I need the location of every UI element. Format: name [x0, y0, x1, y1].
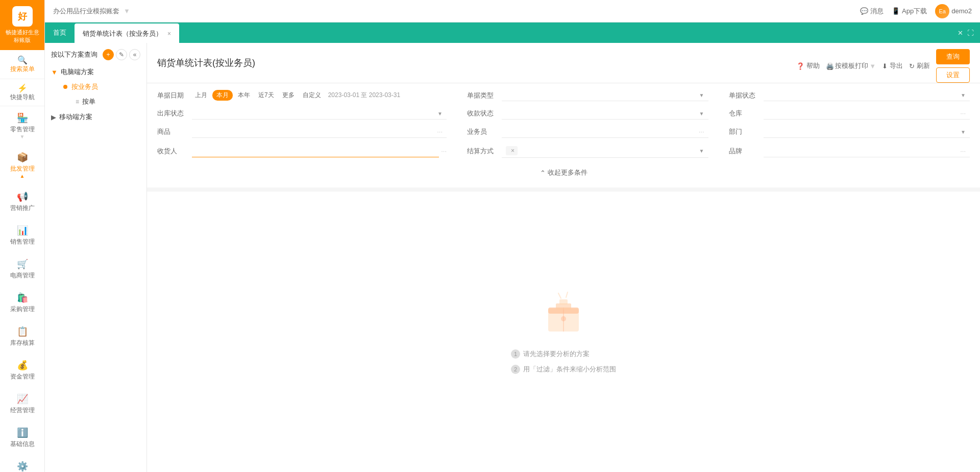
- sidebar-item-operations[interactable]: 📈 经营管理: [0, 387, 44, 421]
- header-breadcrumb: 办公用品行业模拟账套 ▼: [53, 7, 130, 16]
- user-avatar-area[interactable]: Ea demo2: [935, 4, 972, 18]
- svg-line-6: [558, 293, 561, 298]
- message-button[interactable]: 💬 消息: [860, 7, 884, 16]
- svg-point-5: [561, 316, 566, 321]
- goods-label: 商品: [157, 127, 188, 136]
- sidebar-item-system[interactable]: ⚙️ 系统管理: [0, 455, 44, 472]
- sidebar-item-purchase[interactable]: 🛍️ 采购管理: [0, 286, 44, 320]
- salesperson-label: 业务员: [467, 127, 498, 136]
- query-button[interactable]: 查询: [936, 49, 970, 64]
- edit-icon: ✎: [119, 51, 124, 58]
- date-last7-btn[interactable]: 近7天: [255, 90, 277, 101]
- app-download-button[interactable]: 📱 App下载: [892, 7, 927, 16]
- system-icon: ⚙️: [17, 461, 28, 472]
- sidebar-item-inventory[interactable]: 📋 库存核算: [0, 320, 44, 353]
- filter-brand: 品牌 ···: [729, 145, 970, 157]
- collapse-icon: «: [133, 51, 137, 58]
- left-panel-header: 按以下方案查询 + ✎ «: [45, 49, 146, 64]
- tab-bar: 首页 销货单统计表（按业务员） × ✕ ⛶: [45, 22, 980, 43]
- active-dot-icon: [63, 85, 67, 89]
- sidebar-item-finance[interactable]: 💰 资金管理: [0, 353, 44, 387]
- print-dropdown-icon[interactable]: ▼: [869, 62, 876, 70]
- consignee-dots-icon[interactable]: ···: [441, 147, 447, 155]
- tree-expand-right-icon: ▶: [51, 113, 56, 121]
- settings-button[interactable]: 设置: [936, 67, 970, 83]
- consignee-input[interactable]: [192, 145, 439, 157]
- sidebar-item-quick-nav[interactable]: ⚡ 快捷导航: [0, 79, 44, 106]
- tree-expand-icon: ▼: [51, 68, 58, 76]
- filter-payment-status: 收款状态: [467, 108, 708, 120]
- tree-item-order[interactable]: ≡ 按单: [69, 94, 146, 109]
- bill-type-select[interactable]: [502, 89, 708, 101]
- print-icon: 🖨️: [826, 62, 834, 70]
- add-scheme-button[interactable]: +: [103, 49, 114, 60]
- goods-dots-icon[interactable]: ···: [437, 128, 443, 135]
- sales-icon: 📊: [17, 225, 28, 236]
- edit-scheme-button[interactable]: ✎: [116, 49, 127, 60]
- bill-status-select[interactable]: [764, 89, 970, 101]
- finance-icon: 💰: [17, 360, 28, 371]
- tab-maximize-icon[interactable]: ⛶: [967, 29, 974, 37]
- sidebar-item-retail[interactable]: 🏪 零售管理 ▼: [0, 106, 44, 146]
- tab-active[interactable]: 销货单统计表（按业务员） ×: [75, 23, 179, 44]
- stock-status-chevron-icon: [437, 110, 443, 117]
- collapse-panel-button[interactable]: «: [129, 49, 140, 60]
- sidebar-item-ecommerce[interactable]: 🛒 电商管理: [0, 252, 44, 286]
- logo-text: 畅捷通好生意 标账版: [6, 29, 39, 44]
- date-this-month-btn[interactable]: 本月: [212, 90, 233, 101]
- tab-minimize-icon[interactable]: ✕: [958, 29, 963, 37]
- sidebar-item-marketing[interactable]: 📢 营销推广: [0, 185, 44, 219]
- help-icon: ❓: [796, 62, 804, 70]
- basic-info-icon: ℹ️: [17, 427, 28, 438]
- filter-goods: 商品 ···: [157, 126, 447, 138]
- tree-desktop-scheme[interactable]: ▼ 电脑端方案: [45, 64, 146, 80]
- goods-select[interactable]: ···: [192, 126, 447, 138]
- brand-dots-icon[interactable]: ···: [960, 147, 966, 155]
- payment-status-select[interactable]: [502, 108, 708, 120]
- department-select[interactable]: [764, 126, 970, 138]
- sidebar-item-basic-info[interactable]: ℹ️ 基础信息: [0, 421, 44, 455]
- main-area: 办公用品行业模拟账套 ▼ 💬 消息 📱 App下载 Ea demo2 首页 销货…: [45, 0, 980, 472]
- settlement-select[interactable]: ×: [502, 144, 708, 158]
- export-icon: ⬇: [882, 62, 888, 70]
- export-button[interactable]: ⬇ 导出: [882, 61, 903, 70]
- date-more-btn[interactable]: 更多: [279, 90, 298, 101]
- date-range-text: 2023-03-01 至 2023-03-31: [328, 91, 400, 100]
- sidebar-item-wholesale[interactable]: 📦 批发管理 ▲: [0, 146, 44, 185]
- sidebar-item-search[interactable]: 🔍 搜索菜单: [0, 50, 44, 79]
- warehouse-dots-icon[interactable]: ···: [960, 109, 966, 117]
- app-logo[interactable]: 好 畅捷通好生意 标账版: [0, 0, 44, 50]
- refresh-button[interactable]: ↻ 刷新: [909, 61, 930, 70]
- collapse-conditions-button[interactable]: ⌃ 收起更多条件: [157, 164, 970, 181]
- stock-status-label: 出库状态: [157, 109, 188, 118]
- filter-area: 单据日期 上月 本月 本年 近7天 更多 自定义 2023-03-01 至 20…: [147, 83, 980, 187]
- left-panel-actions: + ✎ «: [103, 49, 140, 60]
- filter-row-3: 商品 ··· 业务员 ···: [157, 126, 970, 138]
- bill-status-label: 单据状态: [729, 91, 760, 100]
- settlement-tag-close-icon[interactable]: ×: [511, 147, 514, 154]
- warehouse-select[interactable]: ···: [764, 107, 970, 120]
- salesperson-select[interactable]: ···: [502, 126, 708, 138]
- date-this-year-btn[interactable]: 本年: [235, 90, 253, 101]
- breadcrumb-text: 办公用品行业模拟账套: [53, 7, 119, 16]
- chevron-right-icon: ▼: [20, 134, 25, 139]
- help-button[interactable]: ❓ 帮助: [796, 61, 820, 70]
- tab-close-icon[interactable]: ×: [167, 30, 171, 37]
- date-last-month-btn[interactable]: 上月: [192, 90, 210, 101]
- stock-status-select[interactable]: [192, 108, 447, 120]
- brand-select[interactable]: ···: [764, 145, 970, 157]
- print-button[interactable]: 🖨️ 按模板打印 ▼: [826, 61, 876, 70]
- tab-home[interactable]: 首页: [45, 22, 75, 43]
- payment-status-chevron-icon: [699, 110, 704, 117]
- bill-type-label: 单据类型: [467, 91, 498, 100]
- tree-mobile-scheme[interactable]: ▶ 移动端方案: [45, 109, 146, 125]
- payment-status-label: 收款状态: [467, 109, 498, 118]
- bill-status-chevron-icon: [961, 91, 966, 99]
- filter-row-4: 收货人 ··· 结算方式 ×: [157, 144, 970, 158]
- sidebar-item-sales[interactable]: 📊 销售管理: [0, 219, 44, 252]
- inventory-icon: 📋: [17, 326, 28, 337]
- salesperson-dots-icon[interactable]: ···: [699, 128, 704, 135]
- date-custom-btn[interactable]: 自定义: [300, 90, 324, 101]
- page-header: 销货单统计表(按业务员) ❓ 帮助 🖨️ 按模板打印 ▼ ⬇ 导出: [147, 43, 980, 83]
- tree-item-salesperson[interactable]: 按业务员: [59, 80, 146, 94]
